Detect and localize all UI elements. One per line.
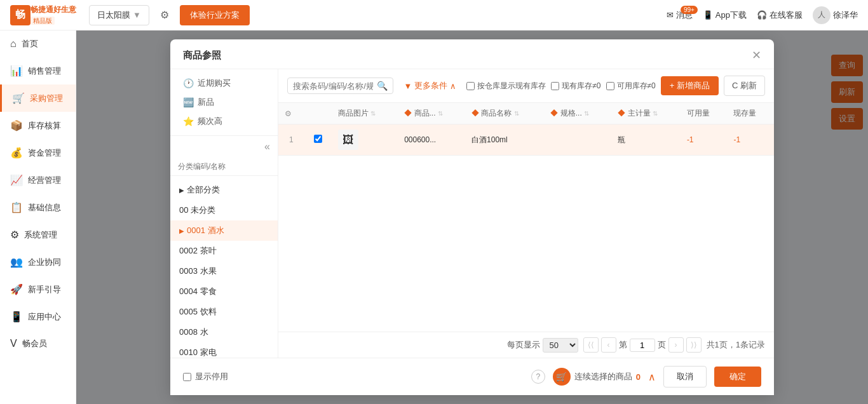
confirm-button[interactable]: 确定	[714, 367, 761, 387]
product-search-icon[interactable]: 🔍	[377, 81, 388, 91]
sidebar-item-finance[interactable]: 💰 资金管理	[0, 139, 76, 166]
footer-right: ? 🛒 连续选择的商品 0 ∧ 取消 确定	[531, 366, 761, 387]
star-icon: ⭐	[183, 116, 194, 126]
apps-icon: 📱	[10, 311, 23, 323]
cell-spec	[544, 125, 611, 156]
cat-item-appliance[interactable]: 0010 家电	[170, 342, 278, 358]
sidebar-item-members[interactable]: V 畅会员	[0, 330, 76, 357]
cat-item-water[interactable]: 0008 水	[170, 322, 278, 342]
warehouse-filter[interactable]: 按仓库显示现有库存	[466, 81, 546, 91]
col-settings[interactable]: ⚙	[278, 103, 304, 125]
messages-button[interactable]: ✉ 消息 99+	[667, 10, 693, 21]
col-image[interactable]: 商品图片 ⇅	[332, 103, 398, 125]
col-available: 可用量	[681, 103, 728, 125]
page-last-button[interactable]: ⟩⟩	[686, 337, 702, 353]
available-filter[interactable]: 现有库存≠0	[551, 81, 600, 91]
main-layout: ⌂ 首页 📊 销售管理 🛒 采购管理 📦 库存核算 💰 资金管理 📈 经营管理 …	[0, 30, 868, 404]
cancel-button[interactable]: 取消	[663, 366, 707, 387]
usable-filter[interactable]: 可用库存≠0	[606, 81, 656, 91]
pagination-bar: 每页显示 50 10 20 100 ⟨⟨ ‹	[278, 332, 774, 358]
cart-count: 0	[636, 372, 641, 382]
col-unit[interactable]: ◆ 主计量 ⇅	[611, 103, 681, 125]
new-icon: 🆕	[183, 97, 194, 107]
modal-close-button[interactable]: ✕	[752, 48, 761, 62]
cell-code: 000600...	[398, 125, 465, 156]
user-menu[interactable]: 人 徐泽华	[813, 6, 858, 24]
inventory-icon: 📦	[10, 119, 23, 131]
cell-num: 1	[278, 125, 304, 156]
logo-icon: 畅	[10, 5, 31, 25]
cat-item-fruit[interactable]: 0003 水果	[170, 261, 278, 281]
product-search-box: 🔍	[287, 77, 393, 94]
row-checkbox[interactable]	[314, 135, 322, 143]
quick-filter-new[interactable]: 🆕 新品	[178, 93, 270, 111]
content-area: 查询 刷新 设置 商品参照 ✕ �	[76, 30, 868, 404]
page-navigation: ⟨⟨ ‹ 第 页 › ⟩⟩	[583, 337, 702, 353]
help-icon[interactable]: ?	[531, 370, 545, 384]
cta-button[interactable]: 体验行业方案	[180, 5, 250, 25]
page-size-selector: 每页显示 50 10 20 100	[507, 338, 578, 353]
cat-item-tea[interactable]: 0002 茶叶	[170, 241, 278, 261]
sidebar-item-purchase[interactable]: 🛒 采购管理	[0, 84, 76, 112]
expand-icon: ▶	[179, 187, 184, 194]
cat-item-liquor[interactable]: ▶ 0001 酒水	[170, 220, 278, 241]
more-filters-button[interactable]: ▼ 更多条件 ∧	[398, 77, 461, 94]
cart-icon[interactable]: 🛒	[553, 368, 571, 386]
sidebar-item-apps[interactable]: 📱 应用中心	[0, 303, 76, 330]
modal-overlay: 商品参照 ✕ 🕐 近期购买 🆕	[76, 30, 868, 404]
category-search: 🔍	[170, 158, 278, 176]
page-number-input[interactable]	[630, 339, 655, 352]
col-name[interactable]: ◆ 商品名称 ⇅	[465, 103, 544, 125]
page-label: 第	[619, 339, 627, 351]
product-search-input[interactable]	[293, 81, 373, 91]
app-logo: 畅 畅捷通好生意 精品版	[10, 4, 76, 25]
cat-item-beverage[interactable]: 0005 饮料	[170, 302, 278, 322]
customer-service-button[interactable]: 🎧 在线客服	[757, 10, 803, 21]
usable-checkbox[interactable]	[606, 82, 614, 90]
col-spec[interactable]: ◆ 规格... ⇅	[544, 103, 611, 125]
cell-checkbox[interactable]	[304, 125, 332, 156]
category-search-input[interactable]	[178, 162, 273, 171]
modal-title: 商品参照	[183, 50, 221, 62]
available-checkbox[interactable]	[551, 82, 559, 90]
table-row[interactable]: 1 🖼 000600... 白酒100ml 瓶	[278, 125, 774, 156]
sidebar-item-collab[interactable]: 👥 企业协同	[0, 248, 76, 276]
sidebar-item-guide[interactable]: 🚀 新手引导	[0, 276, 76, 303]
filter-icon: ▼	[403, 81, 412, 91]
location-dropdown[interactable]: 日太阳膜 ▼	[89, 5, 149, 25]
show-disabled-toggle[interactable]: 显示停用	[183, 371, 228, 382]
show-disabled-checkbox[interactable]	[183, 373, 191, 381]
collapse-button[interactable]: «	[170, 136, 278, 158]
page-prev-button[interactable]: ‹	[601, 337, 616, 353]
cell-stock: -1	[727, 125, 774, 156]
quick-filter-frequent[interactable]: ⭐ 频次高	[178, 112, 270, 130]
refresh-button[interactable]: C 刷新	[724, 76, 765, 96]
add-product-button[interactable]: + 新增商品	[661, 76, 719, 95]
page-first-button[interactable]: ⟨⟨	[583, 337, 599, 353]
cat-item-all[interactable]: ▶ 全部分类	[170, 180, 278, 200]
footer-collapse-icon[interactable]: ∧	[648, 371, 656, 383]
app-download-button[interactable]: 📱 App下载	[703, 10, 747, 21]
warehouse-checkbox[interactable]	[466, 82, 475, 90]
cat-item-snacks[interactable]: 0004 零食	[170, 281, 278, 302]
sidebar-item-system[interactable]: ⚙ 系统管理	[0, 221, 76, 248]
quick-filter-recent[interactable]: 🕐 近期购买	[178, 74, 270, 92]
product-table-wrap: ⚙ 商品图片 ⇅ ◆ 商品...	[278, 103, 774, 332]
page-next-button[interactable]: ›	[668, 337, 684, 353]
filter-collapse-icon: ∧	[450, 81, 456, 91]
product-panel: 🔍 ▼ 更多条件 ∧ 按仓库显示现有库存	[278, 69, 774, 358]
col-code[interactable]: ◆ 商品... ⇅	[398, 103, 465, 125]
cat-item-uncategorized[interactable]: 00 未分类	[170, 200, 278, 220]
page-total-label: 共1页，1条记录	[707, 339, 765, 351]
sidebar-item-basic-info[interactable]: 📋 基础信息	[0, 194, 76, 221]
settings-icon[interactable]: ⚙	[154, 5, 175, 25]
sidebar-item-home[interactable]: ⌂ 首页	[0, 30, 76, 57]
sidebar-item-operations[interactable]: 📈 经营管理	[0, 166, 76, 194]
sort-active-spec-icon: ◆	[550, 109, 558, 118]
sidebar-item-sales[interactable]: 📊 销售管理	[0, 57, 76, 84]
page-size-dropdown[interactable]: 50 10 20 100	[543, 338, 578, 353]
info-icon: 📋	[10, 201, 23, 213]
sort-active-unit-icon: ◆	[618, 109, 625, 118]
col-checkbox	[304, 103, 332, 125]
sidebar-item-inventory[interactable]: 📦 库存核算	[0, 112, 76, 139]
